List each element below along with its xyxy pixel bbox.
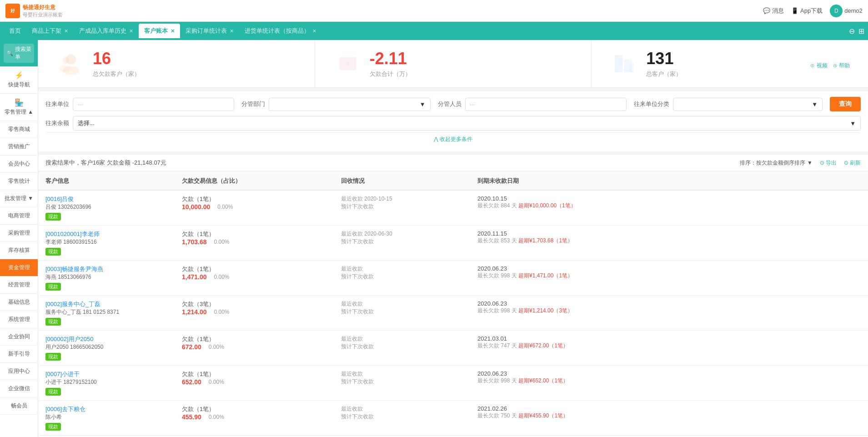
tab-inbound-close[interactable]: ✕ xyxy=(312,28,316,34)
total-debt-icon: ¥ xyxy=(333,49,362,78)
customer-name[interactable]: [0003]畅捷服务尹海燕 xyxy=(45,265,182,273)
filter-input-vendor[interactable]: ··· xyxy=(73,98,234,111)
overdue-amount[interactable]: 超期¥672.00（1笔） xyxy=(518,342,568,349)
filter-select-balance[interactable]: 选择... ▼ xyxy=(73,116,861,131)
tab-production-history[interactable]: 产成品入库单历史 ✕ xyxy=(74,24,139,38)
sidebar-item-finance[interactable]: 资金管理 xyxy=(0,259,38,276)
sidebar-item-collab[interactable]: 企业协同 xyxy=(0,328,38,346)
tab-customer-close[interactable]: ✕ xyxy=(171,28,175,34)
tab-purchase-order[interactable]: 采购订单统计表 ✕ xyxy=(180,24,239,38)
svg-rect-6 xyxy=(615,55,623,72)
sidebar-item-retail-stats-label: 零售统计 xyxy=(2,177,36,185)
refresh-button[interactable]: ⊙ 刷新 xyxy=(844,159,861,167)
quick-nav-icon: ⚡ xyxy=(2,71,36,80)
customer-info-cell: [000002]用户2050 用户2050 18665062050 现款 xyxy=(45,335,182,361)
tab-customer-account[interactable]: 客户账本 ✕ xyxy=(139,24,180,38)
customer-name[interactable]: [000002]用户2050 xyxy=(45,335,182,343)
sidebar-item-wholesale[interactable]: 批发管理 ▼ xyxy=(0,190,38,207)
message-button[interactable]: 💬 消息 xyxy=(763,7,784,15)
query-button[interactable]: 查询 xyxy=(830,97,861,111)
stat-card-total-customers: 131 总客户（家） ⊙ 视频 ⊙ 帮助 xyxy=(592,40,868,87)
tab-inbound-label: 进货单统计表（按商品） xyxy=(245,27,310,35)
overdue-amount[interactable]: 超期¥1,471.00（1笔） xyxy=(518,272,573,279)
overdue-amount[interactable]: 超期¥1,703.68（1笔） xyxy=(518,237,573,244)
sidebar-item-ecommerce[interactable]: 电商管理 xyxy=(0,207,38,225)
sidebar-item-inventory[interactable]: 库存核算 xyxy=(0,242,38,259)
sidebar-item-marketing[interactable]: 营销推广 xyxy=(0,138,38,156)
sidebar-item-guide[interactable]: 新手引导 xyxy=(0,346,38,363)
debt-amount[interactable]: 1,471.00 xyxy=(182,273,207,281)
due-date: 2020.06.23 xyxy=(477,265,861,272)
top-bar: 好 畅捷通好生意 母婴行业演示账套 💬 消息 📱 App下载 D demo2 xyxy=(0,0,868,22)
debt-amount[interactable]: 10,000.00 xyxy=(182,203,210,211)
sidebar-item-quick-nav[interactable]: ⚡ 快捷导航 xyxy=(0,66,38,94)
help-link[interactable]: ⊙ 帮助 xyxy=(833,62,850,70)
customer-name[interactable]: [0006]去下粮仓 xyxy=(45,405,182,413)
tab-home[interactable]: 首页 xyxy=(4,24,26,38)
overdue-amount[interactable]: 超期¥652.00（1笔） xyxy=(518,377,568,384)
stat-text-2: -2.11 欠款合计（万） xyxy=(370,49,411,78)
due-date-cell: 2021.02.26 最长欠款 750 天 超期¥455.90（1笔） xyxy=(477,405,861,420)
sidebar-item-member2[interactable]: 畅会员 xyxy=(0,397,38,415)
customer-name[interactable]: [0001020001]李老师 xyxy=(45,230,182,238)
sidebar-search-box[interactable]: 🔍 搜索菜单 xyxy=(4,44,34,63)
sidebar-item-retail-mall[interactable]: 零售商城 xyxy=(0,121,38,138)
due-date: 2020.11.15 xyxy=(477,230,861,237)
stat-card-total-debt: ¥ -2.11 欠款合计（万） xyxy=(315,40,592,87)
sidebar-item-ecommerce-label: 电商管理 xyxy=(2,212,36,220)
payback-info: 最近收款 xyxy=(341,405,477,413)
app-download-button[interactable]: 📱 App下载 xyxy=(791,7,823,15)
tab-expand-icon[interactable]: ⊞ xyxy=(858,27,864,35)
main-layout: 🔍 搜索菜单 ⚡ 快捷导航 🏪 零售管理 ▲ 零售商城 营销推广 会员中心 xyxy=(0,40,868,437)
tab-inbound-stats[interactable]: 进货单统计表（按商品） ✕ xyxy=(239,24,322,38)
tab-bar: 首页 商品上下架 ✕ 产成品入库单历史 ✕ 客户账本 ✕ 采购订单统计表 ✕ 进… xyxy=(0,22,868,40)
sidebar-item-purchase[interactable]: 采购管理 xyxy=(0,225,38,242)
tab-goods-onoff[interactable]: 商品上下架 ✕ xyxy=(26,24,74,38)
payback-cell: 最近收款 预计下次收款 xyxy=(341,405,477,421)
debt-amount[interactable]: 672.00 xyxy=(182,343,201,351)
export-button[interactable]: ⊙ 导出 xyxy=(820,159,837,167)
search-label: 搜索菜单 xyxy=(15,45,31,61)
customer-name[interactable]: [0016]吕俊 xyxy=(45,195,182,203)
sidebar-item-system[interactable]: 系统管理 xyxy=(0,311,38,328)
filter-input-person[interactable]: ··· xyxy=(465,98,627,111)
due-date: 2020.06.23 xyxy=(477,370,861,377)
overdue-amount[interactable]: 超期¥1,214.00（3笔） xyxy=(518,307,573,314)
table-row: [0016]吕俊 吕俊 13026203696 现款 欠款（1笔） 10,000… xyxy=(38,191,868,226)
sidebar-item-retail-stats[interactable]: 零售统计 xyxy=(0,173,38,190)
user-menu[interactable]: D demo2 xyxy=(830,5,863,17)
customer-info-cell: [0016]吕俊 吕俊 13026203696 现款 xyxy=(45,195,182,221)
stat-label-3: 总客户（家） xyxy=(646,70,682,78)
tab-production-close[interactable]: ✕ xyxy=(129,28,133,34)
tab-minimize-icon[interactable]: ⊖ xyxy=(849,27,855,35)
customer-name[interactable]: [0007]小进干 xyxy=(45,370,182,378)
sidebar-item-wechat[interactable]: 企业微信 xyxy=(0,380,38,397)
tab-goods-onoff-close[interactable]: ✕ xyxy=(64,28,68,34)
sidebar-item-operations[interactable]: 经营管理 xyxy=(0,276,38,294)
tab-bar-actions: ⊖ ⊞ xyxy=(849,27,864,35)
debt-amount[interactable]: 1,703.68 xyxy=(182,238,207,246)
customer-name[interactable]: [0002]服务中心_丁磊 xyxy=(45,300,182,308)
collapse-bar[interactable]: ⋀ 收起更多条件 xyxy=(45,132,861,146)
top-bar-left: 好 畅捷通好生意 母婴行业演示账套 xyxy=(5,4,63,18)
filter-select-dept[interactable]: ▼ xyxy=(269,98,430,111)
customer-info-cell: [0001020001]李老师 李老师 18600391516 现款 xyxy=(45,230,182,256)
video-link[interactable]: ⊙ 视频 xyxy=(810,62,827,70)
sidebar-item-purchase-label: 采购管理 xyxy=(2,229,36,237)
chevron-down-icon-dept: ▼ xyxy=(420,101,426,108)
sidebar-item-retail-mgmt[interactable]: 🏪 零售管理 ▲ xyxy=(0,94,38,121)
filter-select-category[interactable]: ▼ xyxy=(673,98,823,111)
overdue-amount[interactable]: 超期¥10,000.00（1笔） xyxy=(518,202,576,209)
sidebar-item-member[interactable]: 会员中心 xyxy=(0,156,38,173)
debt-amount[interactable]: 652.00 xyxy=(182,378,201,386)
collapse-label: 收起更多条件 xyxy=(440,136,472,142)
sidebar-item-basic-info[interactable]: 基础信息 xyxy=(0,294,38,311)
sidebar-item-app-center[interactable]: 应用中心 xyxy=(0,363,38,380)
overdue-amount[interactable]: 超期¥455.90（1笔） xyxy=(518,412,568,419)
tab-home-label: 首页 xyxy=(9,27,21,35)
customer-phone: 吕俊 13026203696 xyxy=(45,203,182,211)
tab-purchase-close[interactable]: ✕ xyxy=(230,28,234,34)
sort-select[interactable]: 排序：按欠款金额倒序排序 ▼ xyxy=(740,159,813,167)
debt-amount[interactable]: 455.90 xyxy=(182,413,201,421)
debt-amount[interactable]: 1,214.00 xyxy=(182,308,207,316)
